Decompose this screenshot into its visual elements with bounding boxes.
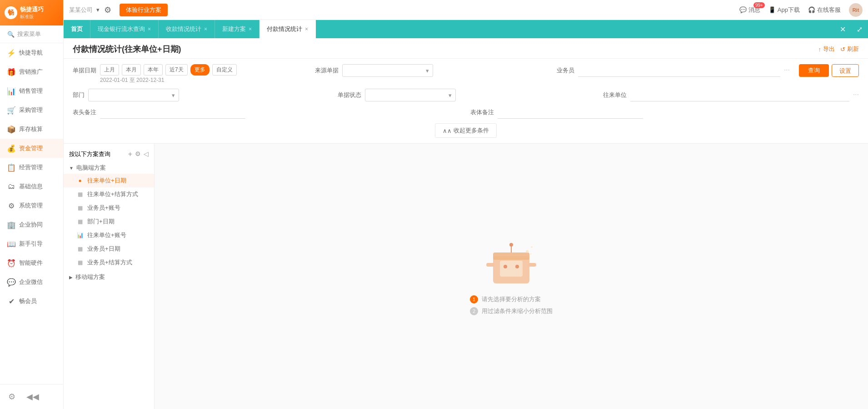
tab-receipts-close[interactable]: × (204, 26, 207, 32)
date-btn-more[interactable]: 更多 (190, 64, 210, 76)
scheme-collapse-icon[interactable]: ◁ (144, 150, 149, 158)
query-btn[interactable]: 查询 (799, 64, 829, 77)
page-title: 付款情况统计(往来单位+日期) (73, 44, 181, 55)
filter-counterparty-col: 往来单位 ··· (603, 89, 859, 101)
tip-num-2: 2 (470, 307, 478, 315)
filter-header-remark-col: 表头备注 (73, 106, 461, 119)
sidebar-item-vip[interactable]: ✔ 畅会员 (0, 292, 63, 311)
scheme-item-label-staff-account: 业务员+账号 (87, 204, 120, 212)
sidebar-logo: 畅 (5, 6, 17, 19)
tab-close-btn[interactable]: ✕ (834, 20, 851, 38)
scheme-group-desktop: ▼ 电脑端方案 ● 往来单位+日期 ▦ 往来单位+结算方式 ▦ 业务员+账号 (64, 162, 154, 269)
source-label: 来源单据 (315, 64, 339, 77)
collapse-more-btn[interactable]: ∧∧ 收起更多条件 (435, 123, 497, 138)
sidebar-collapse-btn[interactable]: ◀◀ (23, 389, 43, 404)
tab-bankflow-close[interactable]: × (148, 26, 151, 32)
topbar-avatar[interactable]: Rit (849, 3, 863, 17)
svg-point-9 (526, 250, 529, 253)
desktop-group-label: 电脑端方案 (76, 164, 106, 172)
tab-receipts[interactable]: 收款情况统计 × (159, 20, 215, 38)
tab-newplan-close[interactable]: × (249, 26, 252, 32)
sidebar-item-quicknav[interactable]: ⚡ 快捷导航 (0, 43, 63, 62)
filter-dept-col: 部门 ▾ (73, 89, 329, 101)
base-icon: 🗂 (7, 182, 15, 191)
tab-payments[interactable]: 付款情况统计 × (259, 20, 316, 38)
sidebar-item-base[interactable]: 🗂 基础信息 (0, 177, 63, 196)
sidebar-bottom: ⚙ ◀◀ (0, 384, 63, 409)
scheme-group-desktop-header[interactable]: ▼ 电脑端方案 (64, 162, 154, 174)
tip-text-1: 请先选择要分析的方案 (482, 295, 541, 303)
purchase-icon: 🛒 (7, 106, 15, 114)
tab-bankflow[interactable]: 现金银行流水查询 × (90, 20, 159, 38)
sidebar-item-weixin[interactable]: 💬 企业微信 (0, 273, 63, 292)
scheme-item-staff-date[interactable]: ▦ 业务员+日期 (64, 242, 154, 256)
scheme-item-counterparty-date[interactable]: ● 往来单位+日期 (64, 174, 154, 187)
service-label: 在线客服 (817, 6, 841, 14)
tab-payments-close[interactable]: × (305, 26, 308, 32)
date-btn-last-month[interactable]: 上月 (100, 64, 119, 76)
sidebar-item-finance[interactable]: 💰 资金管理 (0, 139, 63, 158)
sidebar: 畅 畅捷通巧 标准版 🔍 搜索菜单 ⚡ 快捷导航 🎁 营销推广 📊 销售管理 🛒… (0, 0, 64, 409)
date-btn-this-month[interactable]: 本月 (122, 64, 141, 76)
sidebar-settings-btn[interactable]: ⚙ (5, 389, 19, 404)
sidebar-item-sales[interactable]: 📊 销售管理 (0, 81, 63, 101)
tab-home[interactable]: 首页 (64, 20, 90, 38)
status-select[interactable]: ▾ (365, 89, 456, 101)
scheme-item-counterparty-account[interactable]: 📊 往来单位+账号 (64, 228, 154, 242)
sidebar-item-label: 库存核算 (19, 125, 43, 133)
scheme-item-staff-settle[interactable]: ▦ 业务员+结算方式 (64, 256, 154, 269)
operation-icon: 📋 (7, 163, 15, 172)
export-icon: ↑ (818, 46, 822, 53)
scheme-group-mobile-header[interactable]: ▶ 移动端方案 (64, 271, 154, 283)
scheme-item-dept-date[interactable]: ▦ 部门+日期 (64, 215, 154, 228)
sidebar-item-label: 采购管理 (19, 106, 43, 114)
sidebar-item-marketing[interactable]: 🎁 营销推广 (0, 62, 63, 81)
status-chevron-icon: ▾ (449, 92, 452, 99)
topbar-messages[interactable]: 💬 消息 99+ (739, 6, 760, 14)
topbar-app-download[interactable]: 📱 App下载 (768, 6, 800, 14)
topbar-settings-icon[interactable]: ⚙ (104, 5, 111, 15)
scheme-add-icon[interactable]: + (128, 150, 132, 158)
sidebar-item-label: 资金管理 (19, 144, 43, 152)
topbar-dropdown[interactable]: ▾ (96, 6, 100, 13)
sidebar-version: 标准版 (20, 14, 44, 20)
sidebar-item-operation[interactable]: 📋 经营管理 (0, 158, 63, 177)
date-btn-7days[interactable]: 近7天 (165, 64, 188, 76)
tab-maximize-btn[interactable]: ⤢ (851, 20, 868, 38)
guide-icon: 📖 (7, 240, 15, 248)
scheme-item-label-counterparty-account: 往来单位+账号 (87, 231, 126, 239)
sidebar-brand: 畅捷通巧 标准版 (20, 5, 44, 20)
dept-chevron-icon: ▾ (172, 92, 175, 99)
sidebar-item-inventory[interactable]: 📦 库存核算 (0, 120, 63, 139)
scheme-item-icon-dept-date: ▦ (76, 218, 84, 225)
scheme-settings-icon[interactable]: ⚙ (135, 150, 141, 158)
sidebar-item-hardware[interactable]: ⏰ 智能硬件 (0, 253, 63, 273)
date-options: 上月 本月 本年 近7天 更多 自定义 2022-01-01 至 2022-12… (100, 64, 237, 84)
sidebar-item-purchase[interactable]: 🛒 采购管理 (0, 101, 63, 120)
refresh-btn[interactable]: ↺ 刷新 (840, 45, 859, 53)
refresh-label: 刷新 (847, 45, 859, 53)
scheme-item-staff-account[interactable]: ▦ 业务员+账号 (64, 201, 154, 215)
search-icon: 🔍 (7, 31, 15, 38)
sidebar-item-enterprise[interactable]: 🏢 企业协同 (0, 215, 63, 234)
inventory-icon: 📦 (7, 125, 15, 133)
sidebar-item-guide[interactable]: 📖 新手引导 (0, 234, 63, 253)
message-icon: 💬 (739, 6, 747, 13)
staff-more-icon[interactable]: ··· (784, 64, 790, 74)
date-btn-this-year[interactable]: 本年 (144, 64, 163, 76)
topbar-service[interactable]: 🎧 在线客服 (808, 6, 841, 14)
source-select[interactable]: ▾ (342, 64, 433, 77)
sidebar-search-area[interactable]: 🔍 搜索菜单 (0, 25, 63, 43)
counterparty-more-icon[interactable]: ··· (853, 89, 859, 99)
scheme-item-counterparty-settle[interactable]: ▦ 往来单位+结算方式 (64, 187, 154, 201)
counterparty-label: 往来单位 (603, 89, 627, 101)
settings-btn[interactable]: 设置 (832, 64, 859, 77)
sidebar-search-trigger[interactable]: 🔍 搜索菜单 (7, 30, 56, 38)
date-btn-custom[interactable]: 自定义 (212, 64, 237, 76)
marketing-icon: 🎁 (7, 68, 15, 76)
tab-newplan[interactable]: 新建方案 × (215, 20, 259, 38)
sidebar-item-system[interactable]: ⚙ 系统管理 (0, 196, 63, 215)
dept-select[interactable]: ▾ (88, 89, 179, 101)
trial-btn[interactable]: 体验行业方案 (120, 4, 168, 16)
export-btn[interactable]: ↑ 导出 (818, 45, 835, 53)
